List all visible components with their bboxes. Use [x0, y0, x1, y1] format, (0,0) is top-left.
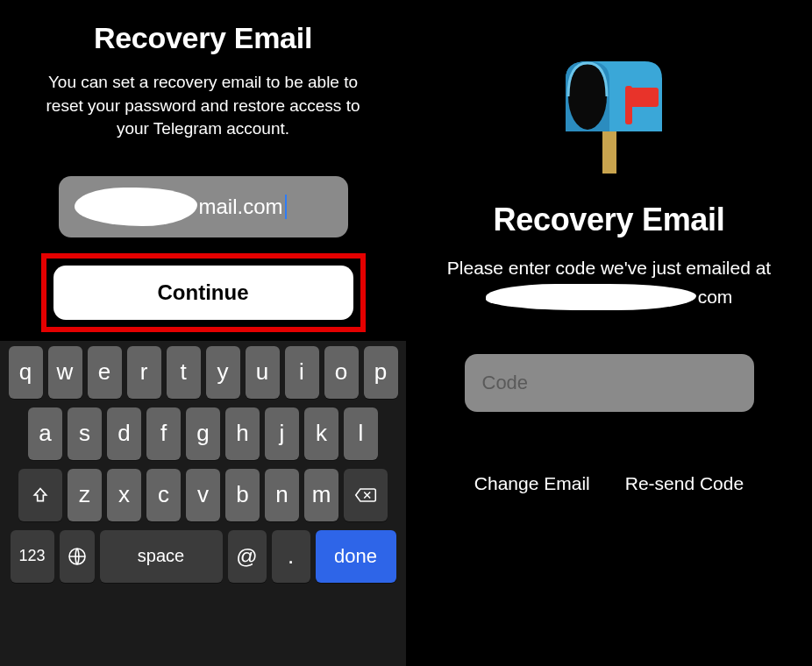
key-numbers[interactable]: 123: [11, 530, 54, 583]
key-space[interactable]: space: [100, 530, 223, 583]
keyboard-row-4: 123 space @ . done: [4, 530, 402, 583]
key-u[interactable]: u: [246, 346, 280, 399]
email-visible-text: mail.com: [199, 195, 283, 219]
key-j[interactable]: j: [265, 407, 299, 460]
key-dot[interactable]: .: [272, 530, 310, 583]
redacted-text: [486, 284, 696, 310]
keyboard: q w e r t y u i o p a s d f g h j k l z: [0, 341, 406, 666]
key-l[interactable]: l: [344, 407, 378, 460]
key-v[interactable]: v: [186, 469, 220, 521]
key-shift[interactable]: [18, 469, 62, 521]
page-title: Recovery Email: [94, 21, 312, 55]
resend-code-button[interactable]: Re-send Code: [625, 473, 744, 494]
key-p[interactable]: p: [364, 346, 398, 399]
highlight-box: Continue: [41, 253, 366, 332]
key-w[interactable]: w: [48, 346, 82, 399]
key-i[interactable]: i: [285, 346, 319, 399]
key-m[interactable]: m: [304, 469, 338, 521]
keyboard-row-1: q w e r t y u i o p: [4, 346, 402, 399]
key-k[interactable]: k: [304, 407, 338, 460]
globe-icon: [67, 546, 88, 567]
email-field[interactable]: mail.com: [59, 176, 348, 237]
key-globe[interactable]: [60, 530, 95, 583]
keyboard-row-3: z x c v b n m: [4, 469, 402, 521]
key-t[interactable]: t: [167, 346, 201, 399]
key-z[interactable]: z: [68, 469, 102, 521]
key-q[interactable]: q: [9, 346, 43, 399]
key-g[interactable]: g: [186, 407, 220, 460]
svg-rect-4: [625, 86, 632, 124]
key-x[interactable]: x: [107, 469, 141, 521]
key-done[interactable]: done: [316, 530, 396, 583]
svg-rect-3: [629, 88, 659, 107]
backspace-icon: [354, 486, 377, 504]
key-n[interactable]: n: [265, 469, 299, 521]
action-links: Change Email Re-send Code: [474, 473, 744, 494]
key-b[interactable]: b: [225, 469, 260, 521]
key-s[interactable]: s: [68, 407, 102, 460]
key-y[interactable]: y: [206, 346, 240, 399]
key-a[interactable]: a: [28, 407, 62, 460]
redacted-text: [75, 188, 197, 226]
code-placeholder: Code: [482, 372, 529, 394]
key-at[interactable]: @: [228, 530, 267, 583]
svg-rect-1: [602, 131, 616, 174]
key-f[interactable]: f: [146, 407, 181, 460]
key-backspace[interactable]: [344, 469, 388, 521]
recovery-code-entry-screen: Recovery Email Please enter code we've j…: [406, 0, 812, 666]
key-r[interactable]: r: [127, 346, 161, 399]
key-e[interactable]: e: [88, 346, 122, 399]
page-subtitle: You can set a recovery email to be able …: [0, 71, 406, 141]
keyboard-row-2: a s d f g h j k l: [4, 407, 402, 460]
key-h[interactable]: h: [225, 407, 260, 460]
key-c[interactable]: c: [146, 469, 181, 521]
change-email-button[interactable]: Change Email: [474, 473, 590, 494]
text-cursor: [285, 195, 287, 219]
recovery-email-entry-screen: Recovery Email You can set a recovery em…: [0, 0, 406, 666]
code-field[interactable]: Code: [465, 354, 754, 412]
key-o[interactable]: o: [324, 346, 359, 399]
page-title: Recovery Email: [494, 202, 725, 238]
continue-button[interactable]: Continue: [53, 266, 353, 320]
mailbox-icon: [548, 44, 671, 175]
email-display: com: [486, 284, 733, 310]
svg-point-2: [568, 63, 607, 130]
email-suffix-text: com: [698, 287, 733, 308]
key-d[interactable]: d: [107, 407, 141, 460]
page-subtitle: Please enter code we've just emailed at: [421, 256, 797, 280]
shift-icon: [32, 486, 49, 504]
